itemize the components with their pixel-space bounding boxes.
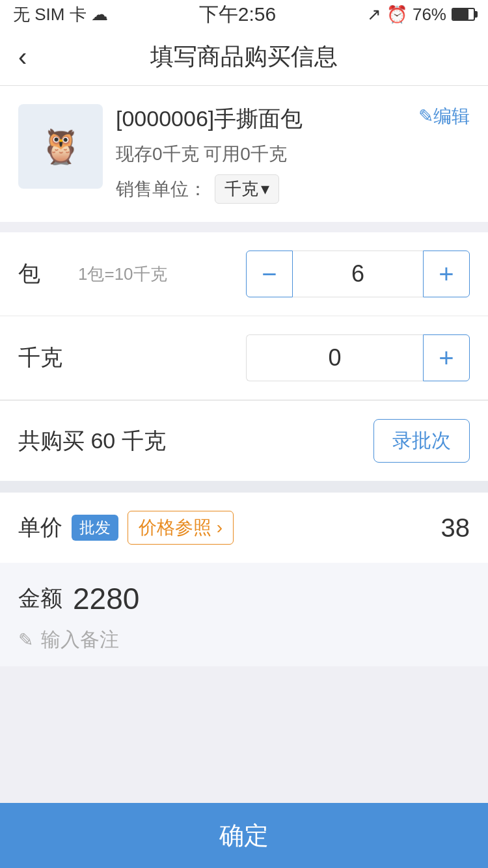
alarm-icon: ⏰	[386, 5, 407, 25]
price-row: 单价 批发 价格参照 › 38	[18, 511, 470, 545]
nav-bar: ‹ 填写商品购买信息	[0, 29, 488, 86]
battery-label: 76%	[413, 5, 446, 25]
summary-row: 共购买 60 千克 录批次	[0, 400, 488, 481]
pencil-icon: ✎	[18, 629, 33, 651]
kg-quantity-control: +	[246, 334, 470, 381]
price-section: 单价 批发 价格参照 › 38	[0, 493, 488, 563]
signal-icon: ↗	[367, 5, 381, 25]
bag-label: 包	[18, 259, 70, 289]
price-label: 单价	[18, 513, 62, 543]
remark-placeholder[interactable]: 输入备注	[41, 627, 119, 653]
bag-quantity-input[interactable]	[293, 251, 423, 297]
summary-text: 共购买 60 千克	[18, 426, 166, 456]
product-card: 🦉 [0000006]手撕面包 现存0千克 可用0千克 销售单位： 千克 ▾ ✎…	[0, 86, 488, 222]
section-separator	[0, 481, 488, 493]
sim-label: 无 SIM 卡 ☁	[13, 3, 108, 26]
status-left: 无 SIM 卡 ☁	[13, 3, 108, 26]
product-logo: 🦉	[40, 127, 82, 167]
amount-label: 金额	[18, 584, 62, 614]
kg-increment-button[interactable]: +	[423, 334, 470, 381]
product-unit-row: 销售单位： 千克 ▾	[116, 174, 470, 204]
bag-decrement-button[interactable]: −	[246, 251, 293, 297]
unit-value: 千克	[224, 178, 258, 200]
product-info: [0000006]手撕面包 现存0千克 可用0千克 销售单位： 千克 ▾	[116, 104, 470, 204]
amount-section: 金额 2280 ✎ 输入备注	[0, 563, 488, 666]
bag-increment-button[interactable]: +	[423, 251, 470, 297]
price-ref-button[interactable]: 价格参照 ›	[128, 511, 234, 545]
kg-quantity-input[interactable]	[246, 334, 423, 381]
bag-quantity-control: − +	[246, 251, 470, 297]
page-title: 填写商品购买信息	[150, 41, 338, 73]
product-name: [0000006]手撕面包	[116, 104, 470, 134]
edit-link[interactable]: ✎编辑	[418, 104, 470, 129]
bag-quantity-row: 包 1包=10千克 − +	[0, 232, 488, 316]
kg-label: 千克	[18, 343, 70, 373]
unit-tag[interactable]: 千克 ▾	[215, 174, 279, 204]
confirm-button[interactable]: 确定	[0, 803, 488, 868]
price-label-group: 单价 批发 价格参照 ›	[18, 511, 234, 545]
quantity-section: 包 1包=10千克 − + 千克 + 共购买 60 千克 录批次	[0, 232, 488, 481]
back-button[interactable]: ‹	[18, 42, 27, 72]
amount-value: 2280	[73, 581, 139, 616]
unit-label: 销售单位：	[116, 177, 207, 202]
battery-icon	[452, 8, 475, 21]
bag-hint: 1包=10千克	[78, 263, 246, 286]
status-bar: 无 SIM 卡 ☁ 下午2:56 ↗ ⏰ 76%	[0, 0, 488, 29]
status-right: ↗ ⏰ 76%	[367, 5, 475, 25]
price-badge: 批发	[72, 515, 118, 541]
remark-row[interactable]: ✎ 输入备注	[18, 627, 470, 653]
product-stock: 现存0千克 可用0千克	[116, 142, 470, 167]
price-value: 38	[441, 513, 470, 543]
unit-arrow: ▾	[261, 179, 269, 199]
batch-button[interactable]: 录批次	[373, 419, 470, 463]
product-image: 🦉	[18, 104, 103, 189]
status-time: 下午2:56	[199, 1, 276, 28]
amount-row: 金额 2280	[18, 581, 470, 616]
kg-quantity-row: 千克 +	[0, 316, 488, 400]
